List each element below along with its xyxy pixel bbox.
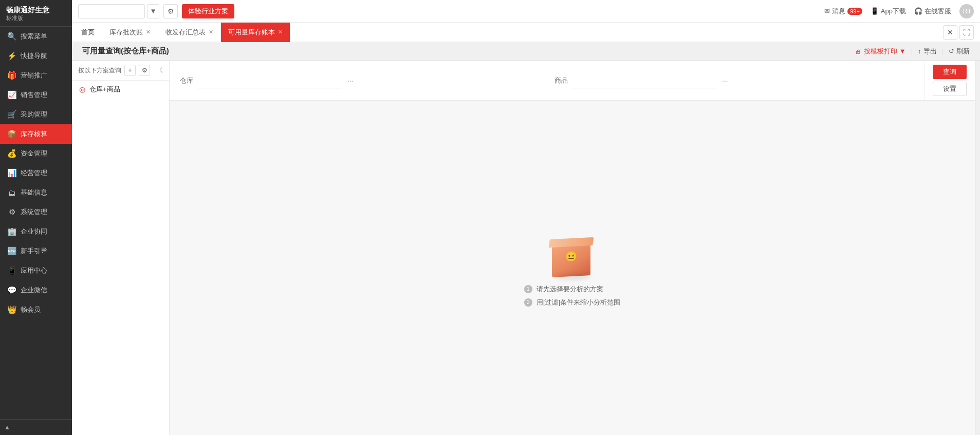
search-icon: 🔍 — [7, 32, 16, 41]
sidebar-item-inventory[interactable]: 📦 库存核算 — [0, 124, 72, 144]
finance-icon: 💰 — [7, 149, 16, 158]
tab-maximize-button[interactable]: ⛶ — [959, 25, 974, 40]
tab-receive-summary-label: 收发存汇总表 — [165, 28, 206, 37]
tab-receive-summary[interactable]: 收发存汇总表 ✕ — [158, 23, 221, 42]
topbar: ▼ ⚙ 体验行业方案 ✉ 消息 99+ 📱 App下载 🎧 在线客服 Rit — [72, 0, 980, 23]
page-title: 可用量查询(按仓库+商品) — [82, 46, 855, 56]
sidebar-item-sales[interactable]: 📈 销售管理 — [0, 85, 72, 105]
tab-available-inventory[interactable]: 可用量库存账本 ✕ — [221, 23, 290, 42]
system-icon: ⚙ — [7, 207, 16, 217]
tab-available-inventory-label: 可用量库存账本 — [228, 28, 275, 37]
tab-receive-summary-close[interactable]: ✕ — [209, 29, 213, 35]
scheme-header-label: 按以下方案查询 — [78, 66, 121, 75]
sidebar-item-label: 营销推广 — [21, 71, 47, 80]
operations-icon: 📊 — [7, 168, 16, 178]
warehouse-filter-label: 仓库 — [180, 76, 193, 85]
tab-home[interactable]: 首页 — [74, 23, 102, 42]
user-button[interactable]: Rit — [959, 4, 974, 18]
app-name: 畅康通好生意 — [6, 5, 66, 14]
sidebar: 畅康通好生意 标准版 🔍 搜索菜单 ⚡ 快捷导航 🎁 营销推广 📈 销售管理 🛒… — [0, 0, 72, 435]
sidebar-item-purchase[interactable]: 🛒 采购管理 — [0, 105, 72, 124]
scheme-settings-button[interactable]: ⚙ — [139, 65, 150, 76]
service-label: 在线客服 — [924, 7, 951, 16]
step2-num: 2 — [524, 298, 532, 307]
sidebar-item-system[interactable]: ⚙ 系统管理 — [0, 202, 72, 222]
sidebar-item-member[interactable]: 👑 畅会员 — [0, 300, 72, 319]
scheme-item-warehouse-product[interactable]: ◎ 仓库+商品 — [72, 81, 169, 98]
sales-icon: 📈 — [7, 90, 16, 100]
tab-close-button[interactable]: ✕ — [943, 25, 957, 40]
sidebar-item-wechat[interactable]: 💬 企业微信 — [0, 280, 72, 300]
sidebar-item-shortcuts[interactable]: ⚡ 快捷导航 — [0, 46, 72, 66]
sidebar-item-enterprise[interactable]: 🏢 企业协同 — [0, 222, 72, 241]
empty-step2: 2 用[过滤]条件来缩小分析范围 — [524, 298, 620, 307]
filter-group-product: 商品 ··· — [554, 73, 914, 88]
box-face: 😐 — [565, 250, 578, 262]
product-filter-label: 商品 — [554, 76, 568, 85]
message-icon: ✉ — [824, 7, 830, 15]
refresh-button[interactable]: ↺ 刷新 — [949, 47, 970, 56]
product-more-button[interactable]: ··· — [720, 77, 730, 85]
filter-row: 仓库 ··· 商品 ··· 查询 设置 — [170, 61, 975, 101]
sidebar-item-label: 采购管理 — [21, 110, 47, 119]
app-version: 标准版 — [6, 14, 66, 22]
sidebar-item-label: 畅会员 — [21, 305, 41, 314]
sidebar-item-label: 应用中心 — [21, 266, 47, 275]
sidebar-item-basic[interactable]: 🗂 基础信息 — [0, 183, 72, 202]
search-input[interactable] — [78, 4, 145, 18]
sidebar-item-label: 系统管理 — [21, 207, 47, 217]
sidebar-item-appcenter[interactable]: 📱 应用中心 — [0, 261, 72, 280]
marketing-icon: 🎁 — [7, 71, 16, 80]
basic-icon: 🗂 — [7, 188, 16, 197]
empty-text: 1 请先选择要分析的方案 2 用[过滤]条件来缩小分析范围 — [524, 285, 620, 311]
sidebar-item-finance[interactable]: 💰 资金管理 — [0, 144, 72, 163]
inventory-icon: 📦 — [7, 129, 16, 139]
tab-available-inventory-close[interactable]: ✕ — [278, 29, 283, 35]
industry-button[interactable]: 体验行业方案 — [182, 4, 234, 18]
app-download-label: App下载 — [881, 7, 906, 16]
empty-illustration: 😐 — [544, 225, 601, 276]
sidebar-logo: 畅康通好生意 标准版 — [0, 0, 72, 27]
topbar-gear-button[interactable]: ⚙ — [163, 4, 178, 18]
service-icon: 🎧 — [914, 7, 922, 15]
warehouse-more-button[interactable]: ··· — [345, 77, 356, 85]
sidebar-item-operations[interactable]: 📊 经营管理 — [0, 163, 72, 183]
step1-num: 1 — [524, 285, 532, 293]
sidebar-item-label: 资金管理 — [21, 149, 47, 158]
scheme-item-label: 仓库+商品 — [89, 85, 120, 94]
search-dropdown-button[interactable]: ▼ — [147, 4, 159, 18]
sidebar-item-label: 企业协同 — [21, 227, 47, 236]
sidebar-item-marketing[interactable]: 🎁 营销推广 — [0, 66, 72, 85]
scheme-collapse-button[interactable]: 《 — [156, 66, 163, 75]
collapse-icon: ▲ — [4, 424, 10, 431]
sidebar-bottom: ▲ — [0, 419, 72, 435]
tab-inventory-batch-close[interactable]: ✕ — [146, 29, 151, 35]
sidebar-item-label: 新手引导 — [21, 247, 47, 256]
message-badge: 99+ — [847, 8, 862, 15]
filter-settings-button[interactable]: 设置 — [933, 82, 967, 96]
tab-home-label: 首页 — [81, 28, 95, 37]
content-area: 按以下方案查询 + ⚙ 《 ◎ 仓库+商品 仓库 ··· — [72, 61, 980, 435]
sidebar-item-label: 快捷导航 — [21, 51, 47, 61]
message-button[interactable]: ✉ 消息 99+ — [824, 7, 862, 16]
message-label: 消息 — [832, 7, 845, 16]
query-button[interactable]: 查询 — [933, 65, 967, 79]
app-icon: 📱 — [871, 7, 879, 15]
sidebar-item-guide[interactable]: 🆕 新手引导 — [0, 241, 72, 261]
data-area: 😐 1 请先选择要分析的方案 2 — [170, 101, 975, 435]
user-avatar: Rit — [959, 4, 974, 18]
tab-inventory-batch[interactable]: 库存批次账 ✕ — [102, 23, 158, 42]
user-name: Rit — [963, 8, 971, 15]
sidebar-item-search[interactable]: 🔍 搜索菜单 — [0, 27, 72, 46]
shortcuts-icon: ⚡ — [7, 51, 16, 61]
scheme-add-button[interactable]: + — [124, 65, 136, 76]
product-filter-input[interactable] — [572, 73, 716, 88]
print-dropdown-icon: ▼ — [899, 47, 906, 55]
app-download-button[interactable]: 📱 App下载 — [871, 7, 906, 16]
print-button[interactable]: 🖨 按模板打印 ▼ — [855, 47, 906, 56]
warehouse-filter-input[interactable] — [197, 73, 341, 88]
online-service-button[interactable]: 🎧 在线客服 — [914, 7, 951, 16]
enterprise-icon: 🏢 — [7, 227, 16, 236]
export-button[interactable]: ↑ 导出 — [918, 47, 937, 56]
page-actions: 🖨 按模板打印 ▼ | ↑ 导出 | ↺ 刷新 — [855, 47, 970, 56]
